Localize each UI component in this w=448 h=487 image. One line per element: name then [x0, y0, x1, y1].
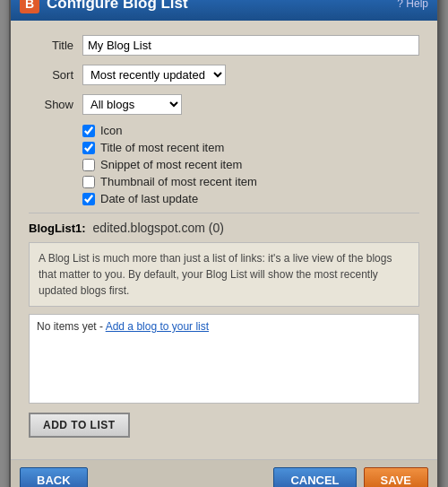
configure-blog-list-dialog: B Configure Blog List ? Help Title Sort …	[9, 0, 439, 487]
title-row: Title	[29, 35, 419, 56]
checkbox-icon[interactable]	[82, 125, 95, 137]
divider	[29, 213, 419, 213]
cancel-button[interactable]: CANCEL	[273, 467, 356, 487]
sort-row: Sort Most recently updated Alphabeticall…	[29, 65, 419, 85]
help-link[interactable]: ? Help	[397, 0, 428, 10]
show-select[interactable]: All blogs Specific blogs	[82, 94, 182, 115]
checkbox-thumbnail[interactable]	[82, 176, 95, 188]
bottom-bar: BACK CANCEL SAVE	[11, 459, 437, 487]
add-blog-link[interactable]: Add a blog to your list	[106, 320, 209, 333]
checkbox-date[interactable]	[82, 193, 95, 205]
checkbox-snippet[interactable]	[82, 159, 95, 171]
checkbox-row-icon: Icon	[82, 124, 419, 137]
checkbox-icon-label: Icon	[100, 124, 123, 137]
checkbox-title[interactable]	[82, 142, 95, 154]
checkbox-snippet-label: Snippet of most recent item	[100, 158, 242, 171]
title-bar: B Configure Blog List ? Help	[11, 0, 437, 21]
checkbox-title-label: Title of most recent item	[100, 141, 224, 154]
show-label: Show	[29, 98, 73, 111]
checkbox-row-thumbnail: Thumbnail of most recent item	[82, 175, 419, 188]
no-items-text: No items yet -	[37, 320, 106, 333]
back-button[interactable]: BACK	[20, 467, 88, 487]
checkbox-thumbnail-label: Thumbnail of most recent item	[100, 175, 257, 188]
info-box: A Blog List is much more than just a lis…	[29, 242, 419, 307]
checkbox-date-label: Date of last update	[100, 192, 198, 205]
info-text: A Blog List is much more than just a lis…	[39, 252, 392, 297]
right-buttons: CANCEL SAVE	[273, 467, 428, 487]
checkbox-row-date: Date of last update	[82, 192, 419, 205]
save-button[interactable]: SAVE	[364, 467, 428, 487]
title-input[interactable]	[82, 35, 419, 56]
sort-select[interactable]: Most recently updated Alphabetically Mos…	[82, 65, 226, 85]
checkboxes-section: Icon Title of most recent item Snippet o…	[82, 124, 419, 205]
bloglist-row: BlogList1: edited.blogspot.com (0)	[29, 221, 419, 235]
title-label: Title	[29, 39, 73, 52]
checkbox-row-title: Title of most recent item	[82, 141, 419, 154]
checkbox-row-snippet: Snippet of most recent item	[82, 158, 419, 171]
blog-list-area: No items yet - Add a blog to your list	[29, 314, 419, 404]
blogger-icon: B	[20, 0, 39, 13]
bloglist-value: edited.blogspot.com (0)	[93, 221, 224, 235]
add-to-list-button[interactable]: ADD TO LIST	[29, 413, 130, 438]
sort-label: Sort	[29, 68, 73, 82]
bloglist-key: BlogList1:	[29, 222, 86, 235]
dialog-title: Configure Blog List	[47, 0, 390, 13]
show-row: Show All blogs Specific blogs	[29, 94, 419, 115]
dialog-body: Title Sort Most recently updated Alphabe…	[11, 21, 437, 459]
